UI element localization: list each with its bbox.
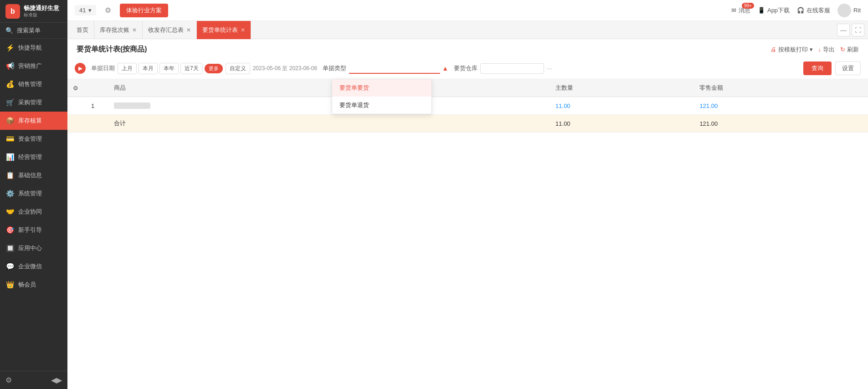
collapse-icon[interactable]: ◀▶ xyxy=(51,376,62,384)
sidebar-item-inventory[interactable]: 📦 库存核算 xyxy=(0,112,67,130)
sidebar-item-sales[interactable]: 💰 销售管理 xyxy=(0,75,67,93)
sidebar-item-system[interactable]: ⚙️ 系统管理 xyxy=(0,184,67,203)
type-input[interactable] xyxy=(349,63,440,74)
sidebar-item-finance[interactable]: 💳 资金管理 xyxy=(0,130,67,148)
tab-home[interactable]: 首页 xyxy=(71,21,94,39)
date-range-buttons: 上月 本月 本年 近7天 更多 xyxy=(118,63,223,74)
tab-order-stats[interactable]: 要货单统计表 ✕ xyxy=(197,21,251,39)
table-row: 1 块 11.00 121.00 xyxy=(67,97,868,115)
date-this-month-btn[interactable]: 本月 xyxy=(139,63,158,74)
sidebar-nav: ⚡ 快捷导航 📢 营销推广 💰 销售管理 🛒 采购管理 📦 库存核算 💳 资金管… xyxy=(0,39,67,371)
tab-close-batch[interactable]: ✕ xyxy=(132,27,137,33)
data-table: ⚙ 商品 主计量单位 主数量 零售金额 1 xyxy=(67,79,868,133)
dropdown-arrow-icon: ▾ xyxy=(88,7,92,14)
header-left: 41 ▾ ⚙ 体验行业方案 xyxy=(75,4,168,17)
dropdown-item-purchase-return[interactable]: 要货单退货 xyxy=(332,97,431,114)
basic-icon: 📋 xyxy=(5,171,15,180)
wechat-icon: 💬 xyxy=(5,262,15,271)
refresh-button[interactable]: ↻ 刷新 xyxy=(840,46,859,54)
sidebar-item-quick-nav[interactable]: ⚡ 快捷导航 xyxy=(0,39,67,57)
trial-button[interactable]: 体验行业方案 xyxy=(120,4,168,17)
sidebar-item-apps[interactable]: 🔲 应用中心 xyxy=(0,239,67,257)
system-icon: ⚙️ xyxy=(5,189,15,198)
header-gear-button[interactable]: ⚙ xyxy=(102,4,114,17)
summary-label-cell: 合计 xyxy=(108,115,346,133)
product-placeholder xyxy=(114,102,150,109)
date-custom-btn[interactable]: 自定义 xyxy=(226,63,250,74)
type-dropdown-arrow-icon[interactable]: ▲ xyxy=(442,65,448,72)
tab-collect-summary[interactable]: 收发存汇总表 ✕ xyxy=(143,21,197,39)
message-icon: ✉ xyxy=(731,7,736,14)
dropdown-item-purchase-order[interactable]: 要货单要货 xyxy=(332,79,431,97)
page-actions: 🖨 按模板打印 ▾ ↓ 导出 ↻ 刷新 xyxy=(770,46,859,54)
purchase-icon: 🛒 xyxy=(5,98,15,107)
messages-button[interactable]: ✉ 消息 99+ xyxy=(731,6,750,15)
tab-close-collect[interactable]: ✕ xyxy=(186,27,191,33)
logo-text: 畅捷通好生意 标准版 xyxy=(24,5,59,18)
col-row-num xyxy=(86,79,108,97)
tab-close-order[interactable]: ✕ xyxy=(241,27,245,33)
date-more-btn[interactable]: 更多 xyxy=(205,64,223,73)
warehouse-input[interactable] xyxy=(480,63,544,74)
filter-expand-button[interactable]: ▶ xyxy=(75,63,86,74)
tab-batch-account[interactable]: 库存批次账 ✕ xyxy=(94,21,143,39)
table-header-row: ⚙ 商品 主计量单位 主数量 零售金额 xyxy=(67,79,868,97)
filter-bar: ▶ 单据日期 上月 本月 本年 近7天 更多 自定义 2023-05-06 至 … xyxy=(67,58,868,79)
online-service-button[interactable]: 🎧 在线客服 xyxy=(797,6,830,15)
store-selector[interactable]: 41 ▾ xyxy=(75,5,96,15)
search-icon: 🔍 xyxy=(5,27,13,34)
summary-amount-cell: 121.00 xyxy=(694,115,868,133)
main-area: 41 ▾ ⚙ 体验行业方案 ✉ 消息 99+ 📱 App下载 🎧 在线客服 R xyxy=(67,0,868,389)
sidebar-item-purchase[interactable]: 🛒 采购管理 xyxy=(0,93,67,112)
export-button[interactable]: ↓ 导出 xyxy=(818,46,835,54)
filter-more-options-icon[interactable]: ··· xyxy=(547,65,552,72)
summary-row: 合计 11.00 121.00 xyxy=(67,115,868,133)
message-badge: 99+ xyxy=(742,3,754,9)
query-button[interactable]: 查询 xyxy=(803,61,832,75)
row-quantity-cell[interactable]: 11.00 xyxy=(550,97,694,115)
phone-icon: 📱 xyxy=(758,7,765,14)
setting-button[interactable]: 设置 xyxy=(835,61,861,75)
row-num-cell: 1 xyxy=(86,97,108,115)
sidebar-item-enterprise[interactable]: 🤝 企业协同 xyxy=(0,203,67,221)
sidebar-search[interactable]: 🔍 搜索菜单 xyxy=(0,23,67,39)
refresh-icon: ↻ xyxy=(840,46,845,53)
print-icon: 🖨 xyxy=(770,46,776,53)
date-this-year-btn[interactable]: 本年 xyxy=(159,63,179,74)
quick-nav-icon: ⚡ xyxy=(5,43,15,52)
sidebar-logo: b 畅捷通好生意 标准版 xyxy=(0,0,67,23)
date-7days-btn[interactable]: 近7天 xyxy=(180,63,203,74)
col-settings[interactable]: ⚙ xyxy=(67,79,86,97)
sidebar-item-member[interactable]: 👑 畅会员 xyxy=(0,276,67,294)
top-header: 41 ▾ ⚙ 体验行业方案 ✉ 消息 99+ 📱 App下载 🎧 在线客服 R xyxy=(67,0,868,21)
table-settings-icon: ⚙ xyxy=(73,85,78,92)
date-filter-label: 单据日期 xyxy=(91,64,115,72)
date-filter-group: 单据日期 上月 本月 本年 近7天 更多 自定义 2023-05-06 至 20… xyxy=(91,63,317,74)
tab-minimize-button[interactable]: — xyxy=(837,24,850,36)
tab-expand-button[interactable]: ⛶ xyxy=(852,24,864,36)
col-product: 商品 xyxy=(108,79,346,97)
row-settings-cell xyxy=(67,97,86,115)
sidebar-item-wechat[interactable]: 💬 企业微信 xyxy=(0,257,67,276)
type-filter-label: 单据类型 xyxy=(323,64,346,72)
settings-bottom-icon[interactable]: ⚙ xyxy=(5,376,12,384)
date-prev-month-btn[interactable]: 上月 xyxy=(118,63,137,74)
summary-unit-cell xyxy=(346,115,550,133)
user-avatar-button[interactable]: Rit xyxy=(837,4,861,17)
sidebar-item-marketing[interactable]: 📢 营销推广 xyxy=(0,57,67,75)
sidebar-item-basic[interactable]: 📋 基础信息 xyxy=(0,166,67,184)
app-download-button[interactable]: 📱 App下载 xyxy=(758,6,790,15)
store-number: 41 xyxy=(79,7,86,14)
sidebar: b 畅捷通好生意 标准版 🔍 搜索菜单 ⚡ 快捷导航 📢 营销推广 💰 销售管理… xyxy=(0,0,67,389)
summary-empty-2 xyxy=(86,115,108,133)
user-avatar xyxy=(837,4,851,17)
finance-icon: 💳 xyxy=(5,134,15,143)
sidebar-item-operations[interactable]: 📊 经营管理 xyxy=(0,148,67,166)
sidebar-item-guide[interactable]: 🎯 新手引导 xyxy=(0,221,67,239)
print-button[interactable]: 🖨 按模板打印 ▾ xyxy=(770,46,813,54)
type-filter-group: 单据类型 ▲ xyxy=(323,63,448,74)
row-amount-cell[interactable]: 121.00 xyxy=(694,97,868,115)
warehouse-filter-label: 要货仓库 xyxy=(454,64,478,72)
sidebar-bottom: ⚙ ◀▶ xyxy=(0,371,67,389)
date-display: 2023-05-06 至 2023-06-06 xyxy=(253,65,317,72)
